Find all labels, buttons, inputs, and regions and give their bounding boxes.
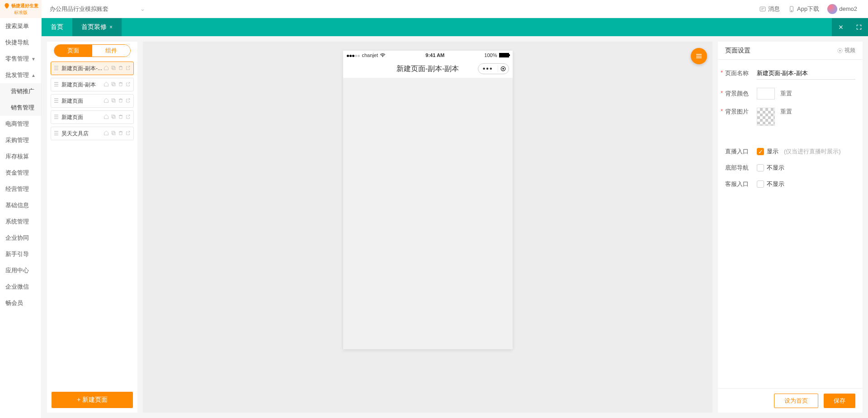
hamburger-icon — [695, 52, 703, 60]
page-list-item[interactable]: ☰新建页面-副本-... — [51, 62, 134, 75]
new-page-button[interactable]: + 新建页面 — [52, 392, 133, 408]
page-list-item[interactable]: ☰昊天文具店 — [51, 127, 134, 140]
close-all-tabs-button[interactable] — [832, 18, 850, 36]
drag-icon[interactable]: ☰ — [54, 65, 59, 71]
signal-icon — [347, 52, 360, 58]
svg-point-13 — [382, 57, 383, 57]
sidebar-item-2[interactable]: 零售管理▼ — [0, 51, 41, 67]
delete-icon[interactable] — [118, 130, 123, 137]
play-icon — [837, 48, 843, 53]
sidebar-item-0[interactable]: 搜索菜单 — [0, 18, 41, 34]
page-list-item[interactable]: ☰新建页面 — [51, 110, 134, 124]
sidebar-item-12[interactable]: 系统管理 — [0, 214, 41, 230]
fullscreen-button[interactable] — [850, 18, 868, 36]
share-icon[interactable] — [125, 65, 131, 71]
account-selector[interactable]: 办公用品行业模拟账套 ⌄ — [50, 5, 145, 13]
home-icon[interactable] — [104, 65, 109, 71]
drag-icon[interactable]: ☰ — [54, 98, 59, 104]
sidebar-item-10[interactable]: 经营管理 — [0, 181, 41, 197]
app-download-button[interactable]: App下载 — [788, 5, 819, 13]
label-bg-image: 背景图片 — [725, 108, 757, 116]
copy-icon[interactable] — [111, 65, 116, 71]
live-entry-checkbox[interactable]: ✓ — [757, 148, 764, 155]
bottom-nav-checkbox[interactable] — [757, 164, 764, 171]
phone-statusbar: chanjet 9:41 AM 100% — [343, 51, 513, 60]
more-icon: ••• — [478, 65, 498, 73]
bg-color-swatch[interactable] — [757, 88, 775, 100]
drag-icon[interactable]: ☰ — [54, 114, 59, 120]
copy-icon[interactable] — [111, 81, 116, 88]
sidebar-item-13[interactable]: 企业协同 — [0, 230, 41, 246]
page-list-item[interactable]: ☰新建页面-副本 — [51, 78, 134, 91]
drag-icon[interactable]: ☰ — [54, 81, 59, 88]
page-item-name: 昊天文具店 — [61, 130, 104, 138]
delete-icon[interactable] — [118, 98, 123, 104]
label-live-entry: 直播入口 — [725, 147, 757, 156]
avatar — [827, 4, 837, 14]
sidebar-item-11[interactable]: 基础信息 — [0, 197, 41, 214]
share-icon[interactable] — [125, 114, 131, 120]
reset-bgcolor-button[interactable]: 重置 — [780, 90, 792, 98]
svg-rect-4 — [112, 66, 114, 69]
top-header: 畅捷通好生意 标准版 办公用品行业模拟账套 ⌄ 消息 App下载 demo2 — [0, 0, 868, 18]
share-icon[interactable] — [125, 81, 131, 88]
live-entry-hint: (仅当进行直播时展示) — [784, 147, 841, 156]
sidebar-item-15[interactable]: 应用中心 — [0, 262, 41, 279]
sidebar-item-9[interactable]: 资金管理 — [0, 165, 41, 181]
home-icon[interactable] — [104, 130, 109, 137]
save-button[interactable]: 保存 — [824, 394, 855, 408]
home-icon[interactable] — [104, 98, 109, 104]
messages-button[interactable]: 消息 — [759, 5, 780, 13]
delete-icon[interactable] — [118, 114, 123, 120]
phone-body[interactable] — [343, 78, 513, 349]
tab-0[interactable]: 首页 — [42, 18, 72, 36]
video-help-button[interactable]: 视频 — [837, 47, 855, 54]
sidebar-item-17[interactable]: 畅会员 — [0, 295, 41, 311]
tab-page[interactable]: 页面 — [54, 45, 92, 57]
tab-close-icon[interactable]: × — [109, 24, 113, 30]
share-icon[interactable] — [125, 98, 131, 104]
svg-rect-9 — [113, 116, 115, 119]
logo-subtitle: 标准版 — [14, 10, 28, 16]
sidebar-item-label: 快捷导航 — [5, 38, 29, 47]
copy-icon[interactable] — [111, 98, 116, 104]
sidebar-item-16[interactable]: 企业微信 — [0, 279, 41, 295]
reset-bgimage-button[interactable]: 重置 — [780, 108, 792, 116]
tab-1[interactable]: 首页装修× — [72, 18, 122, 36]
service-entry-checkbox[interactable] — [757, 180, 764, 188]
set-home-button[interactable]: 设为首页 — [774, 394, 818, 408]
bg-image-picker[interactable] — [757, 108, 775, 126]
sidebar-item-14[interactable]: 新手引导 — [0, 246, 41, 262]
sidebar-item-4[interactable]: 营销推广 — [0, 83, 41, 100]
copy-icon[interactable] — [111, 130, 116, 137]
sidebar-item-label: 搜索菜单 — [5, 22, 29, 30]
user-menu[interactable]: demo2 — [827, 4, 857, 14]
workspace: 页面 组件 ☰新建页面-副本-...☰新建页面-副本☰新建页面☰新建页面☰昊天文… — [42, 36, 868, 418]
page-name-input[interactable] — [757, 67, 855, 80]
copy-icon[interactable] — [111, 114, 116, 120]
svg-point-15 — [502, 68, 504, 70]
svg-rect-8 — [112, 99, 114, 101]
delete-icon[interactable] — [118, 65, 123, 71]
sidebar-item-6[interactable]: 电商管理 — [0, 116, 41, 132]
page-list-item[interactable]: ☰新建页面 — [51, 94, 134, 108]
expand-icon — [856, 24, 862, 30]
sidebar-item-5[interactable]: 销售管理 — [0, 100, 41, 116]
sidebar-item-3[interactable]: 批发管理▲ — [0, 67, 41, 83]
sidebar-item-7[interactable]: 采购管理 — [0, 132, 41, 148]
home-icon[interactable] — [104, 114, 109, 120]
tab-component[interactable]: 组件 — [92, 45, 130, 57]
delete-icon[interactable] — [118, 81, 123, 88]
message-icon — [759, 5, 766, 13]
svg-rect-7 — [113, 100, 115, 102]
home-icon[interactable] — [104, 81, 109, 88]
logo-text: 畅捷通好生意 — [11, 3, 38, 9]
close-icon — [838, 24, 844, 30]
page-item-name: 新建页面 — [61, 114, 104, 121]
sidebar-item-1[interactable]: 快捷导航 — [0, 34, 41, 51]
miniapp-menu[interactable]: ••• — [478, 63, 509, 74]
share-icon[interactable] — [125, 130, 131, 137]
drag-icon[interactable]: ☰ — [54, 130, 59, 137]
floating-menu-button[interactable] — [691, 48, 707, 64]
sidebar-item-8[interactable]: 库存核算 — [0, 148, 41, 165]
